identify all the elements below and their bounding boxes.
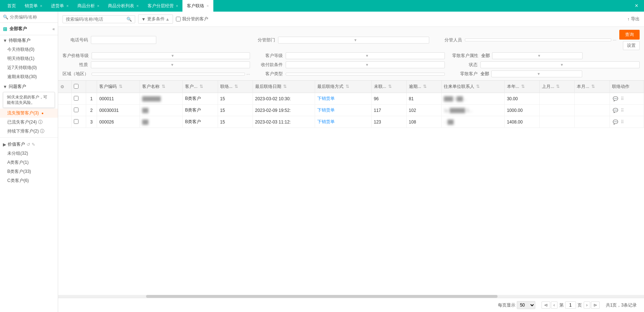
tab-analysis[interactable]: 商品分析 × <box>73 0 104 12</box>
tab-analysis-list[interactable]: 商品分析列表 × <box>104 0 143 12</box>
tab-sales[interactable]: 销货单 × <box>20 0 47 12</box>
sidebar-item-b-class[interactable]: B类客户(33) <box>0 167 58 176</box>
filter-row-4: 区域（地区） ··· 客户类型 零散客户 全部 <box>63 70 640 77</box>
th-overdue[interactable]: 逾期... ⇅ <box>406 81 441 93</box>
region-select[interactable] <box>92 73 245 76</box>
close-analysis-list-tab[interactable]: × <box>136 4 138 8</box>
tab-home[interactable]: 首页 <box>3 3 20 9</box>
row-last-contact-way[interactable]: 下销货单 <box>315 93 371 105</box>
next-page-btn[interactable]: › <box>584 301 590 309</box>
sidebar-header[interactable]: ⊞ 全部客户 « <box>0 23 58 35</box>
th-this-month[interactable]: 本月... ⇅ <box>575 81 609 93</box>
th-last-contact-way[interactable]: 最后联络方式 ⇅ <box>315 81 371 93</box>
payment-select[interactable]: ▼ <box>286 61 445 68</box>
retail-customer-select[interactable]: ▼ <box>491 70 582 77</box>
first-page-btn[interactable]: ⊲ <box>542 301 550 309</box>
pagination: 每页显示 50 100 200 ⊲ ‹ 第 页 › ⊳ 共1页，3条记录 <box>58 298 644 312</box>
close-customer-contact-tab[interactable]: × <box>206 4 209 8</box>
tab-customer-contact[interactable]: 客户联络 × <box>182 0 213 12</box>
select-all-checkbox[interactable] <box>74 84 79 89</box>
sidebar-item-churn-warning[interactable]: 流失预警客户(3) ● <box>0 109 58 118</box>
tab-customer-segment[interactable]: 客户分层经营 × <box>143 0 182 12</box>
sidebar-search-input[interactable] <box>10 15 58 20</box>
sidebar-group-problem[interactable]: ▼ 问题客户 <box>0 81 58 91</box>
action-more-icon[interactable]: ⠿ <box>621 96 624 101</box>
row-checkbox[interactable] <box>71 105 86 116</box>
status-select[interactable]: ▼ <box>480 61 640 68</box>
sidebar-item-declining[interactable]: 持续下滑客户(2) ⓘ <box>0 127 58 136</box>
row-type: B类客户 <box>183 93 218 105</box>
filter-search-icon[interactable]: 🔍 <box>126 17 132 22</box>
query-btn[interactable]: 查询 <box>619 30 640 40</box>
sidebar-item-tomorrow[interactable]: 明天待联络(1) <box>0 54 58 63</box>
dept-select[interactable]: ▼ <box>278 37 430 44</box>
action-more-icon[interactable]: ⠿ <box>621 119 624 125</box>
last-page-btn[interactable]: ⊳ <box>591 301 600 309</box>
type-sort-icon: ⇅ <box>200 84 203 89</box>
row-action[interactable]: 💬 ⠿ <box>609 116 644 128</box>
th-settings[interactable]: ⚙ <box>58 81 71 93</box>
th-unit-contact[interactable]: 往来单位联系人 ⇅ <box>442 81 505 93</box>
sidebar-item-overdue[interactable]: 逾期未联络(30) <box>0 72 58 81</box>
close-analysis-tab[interactable]: × <box>97 4 99 8</box>
region-more-icon[interactable]: ··· <box>246 72 250 77</box>
collapse-icon[interactable]: « <box>52 27 55 32</box>
close-sales-tab[interactable]: × <box>40 4 42 8</box>
sidebar-item-ungrouped[interactable]: 未分组(32) <box>0 149 58 158</box>
payment-label: 收付款条件 <box>257 62 283 68</box>
settings-btn[interactable]: 设置 <box>623 41 640 50</box>
retail-attr-select[interactable]: ▼ <box>492 52 583 59</box>
th-type[interactable]: 客户... ⇅ <box>183 81 218 93</box>
action-chat-icon[interactable]: 💬 <box>613 96 618 101</box>
close-customer-segment-tab[interactable]: × <box>176 4 178 8</box>
filter-field-retail-attr: 零散客户属性 全部 ▼ <box>452 52 640 59</box>
sidebar-group-value[interactable]: ▶ 价值客户 ↺ ✎ <box>0 139 58 149</box>
phone-input[interactable] <box>91 36 156 44</box>
sidebar-item-c-class[interactable]: C类客户(6) <box>0 176 58 185</box>
sidebar-item-a-class[interactable]: A类客户(1) <box>0 158 58 167</box>
action-more-icon[interactable]: ⠿ <box>621 108 624 113</box>
filter-search-input[interactable] <box>66 17 125 22</box>
th-code[interactable]: 客户编码 ⇅ <box>97 81 140 93</box>
th-name[interactable]: 客户名称 ⇅ <box>140 81 183 93</box>
sidebar-item-7days[interactable]: 近7天待联络(0) <box>0 63 58 72</box>
close-window-btn[interactable]: × <box>632 3 641 9</box>
row-action[interactable]: 💬 ⠿ <box>609 93 644 105</box>
my-customer-checkbox[interactable] <box>176 17 181 21</box>
manager-more-icon[interactable]: ··· <box>613 37 616 42</box>
action-chat-icon[interactable]: 💬 <box>613 119 618 125</box>
export-btn[interactable]: ↑ 导出 <box>627 16 640 22</box>
sidebar-item-today[interactable]: 今天待联络(0) <box>0 45 58 54</box>
row-checkbox[interactable] <box>71 116 86 128</box>
th-un-contact[interactable]: 未联... ⇅ <box>371 81 406 93</box>
row-action[interactable]: 💬 ⠿ <box>609 105 644 116</box>
th-checkbox[interactable] <box>71 81 86 93</box>
per-page-select[interactable]: 50 100 200 <box>517 301 535 309</box>
refresh-icon[interactable]: ↺ <box>27 142 30 147</box>
more-conditions-btn[interactable]: ▼ 更多条件 ▲ <box>138 15 173 24</box>
tab-purchase[interactable]: 进货单 × <box>47 0 73 12</box>
th-last-contact-date[interactable]: 最后联络日期 ⇅ <box>253 81 315 93</box>
row-last-contact-way[interactable]: 下销货单 <box>315 105 371 116</box>
manager-select[interactable] <box>465 39 611 41</box>
price-level-select[interactable]: ▼ <box>92 52 250 59</box>
customer-type-select[interactable] <box>286 73 445 76</box>
action-chat-icon[interactable]: 💬 <box>613 108 618 113</box>
th-contact[interactable]: 联络... ⇅ <box>218 81 253 93</box>
row-checkbox[interactable] <box>71 93 86 105</box>
customer-level-select[interactable]: ▼ <box>286 52 445 59</box>
sidebar-item-churned[interactable]: 已流失客户(24) ⓘ <box>0 118 58 127</box>
page-input[interactable] <box>565 301 576 309</box>
horizontal-scrollbar[interactable] <box>58 295 644 298</box>
prev-page-btn[interactable]: ‹ <box>551 301 558 309</box>
row-last-contact-way[interactable]: 下销货单 <box>315 116 371 128</box>
edit-icon[interactable]: ✎ <box>32 142 35 147</box>
sidebar-group-pending[interactable]: ▼ 待联络客户 <box>0 35 58 45</box>
close-purchase-tab[interactable]: × <box>66 4 68 8</box>
th-this-year[interactable]: 本年... ⇅ <box>504 81 539 93</box>
scrollbar-thumb[interactable] <box>146 295 498 298</box>
page-label: 第 <box>559 302 564 308</box>
settings-gear-icon[interactable]: ⚙ <box>60 84 64 89</box>
nature-select[interactable]: ▼ <box>91 61 250 68</box>
th-last-month[interactable]: 上月... ⇅ <box>540 81 575 93</box>
